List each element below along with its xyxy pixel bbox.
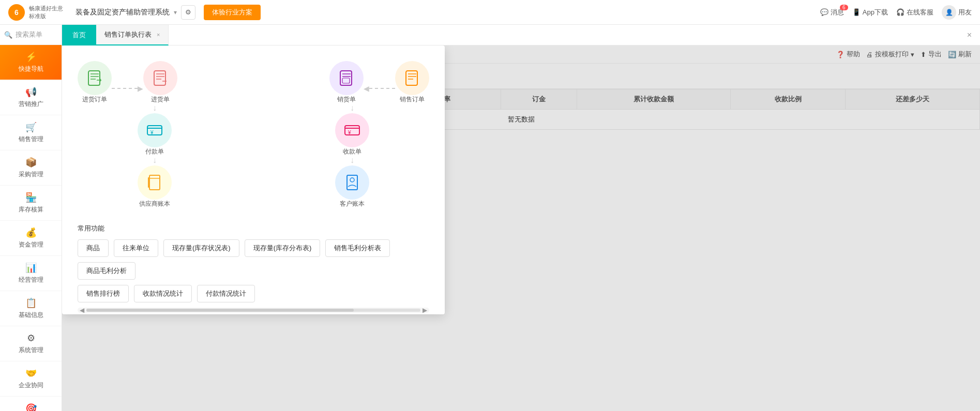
- svg-text:¥: ¥: [150, 130, 154, 135]
- svg-rect-4: [154, 71, 165, 85]
- scrollbar-thumb: [86, 309, 354, 312]
- purchase-order-icon: [78, 61, 112, 95]
- system-name: 装备及固定资产辅助管理系统: [76, 8, 170, 17]
- svg-rect-11: [342, 78, 350, 83]
- purchase-order-label: 进货订单: [82, 95, 107, 104]
- receipt-label: 收款单: [343, 147, 361, 156]
- logo-text: 畅康通好生意 标准版: [29, 5, 63, 20]
- sidebar-item-quick-nav[interactable]: ⚡ 快捷导航: [0, 45, 62, 80]
- node-sales-slip[interactable]: 销货单: [329, 61, 364, 104]
- phone-icon: 📱: [852, 8, 861, 16]
- svg-rect-19: [345, 126, 359, 135]
- sales-icon: 🛒: [25, 121, 37, 133]
- system-title-area: 装备及固定资产辅助管理系统 ▾ ⚙ 体验行业方案: [76, 5, 820, 20]
- popup-overlay: 进货订单 ▶: [62, 45, 980, 411]
- func-btn-row-2: 销售排行榜 收款情况统计 付款情况统计: [78, 285, 429, 302]
- receipt-icon: ¥: [335, 113, 369, 147]
- node-customer-ledger[interactable]: 客户账本: [335, 165, 369, 208]
- svg-text:¥: ¥: [348, 130, 351, 135]
- logo-area: 6 畅康通好生意 标准版: [8, 4, 70, 21]
- tab-sales-order[interactable]: 销售订单执行表 ×: [96, 25, 169, 45]
- system-dropdown-btn[interactable]: ▾: [174, 9, 177, 16]
- common-functions: 常用功能 商品 往来单位 现存量(库存状况表) 现存量(库存分布表) 销售毛利分…: [78, 224, 429, 302]
- func-btn-stock-status[interactable]: 现存量(库存状况表): [163, 239, 239, 257]
- popup-scrollbar[interactable]: ◀ ▶: [78, 308, 429, 313]
- func-btn-sales-margin[interactable]: 销售毛利分析表: [325, 239, 390, 257]
- sidebar-item-finance[interactable]: 💰 资金管理: [0, 221, 62, 256]
- svg-rect-16: [147, 126, 162, 135]
- sidebar-item-system[interactable]: ⚙ 系统管理: [0, 326, 62, 361]
- svg-rect-0: [88, 71, 100, 85]
- quick-nav-icon: ⚡: [25, 51, 37, 63]
- sidebar-item-guide[interactable]: 🎯 新手引导: [0, 397, 62, 411]
- header-right: 💬 消息 6 📱 App下载 🎧 在线客服 👤 用友: [820, 5, 972, 20]
- app-download-btn[interactable]: 📱 App下载: [852, 8, 888, 17]
- system-icon: ⚙: [27, 332, 35, 344]
- node-receipt[interactable]: ¥ 收款单: [335, 113, 369, 156]
- func-btn-sales-ranking[interactable]: 销售排行榜: [78, 285, 129, 302]
- sidebar-item-purchase[interactable]: 📦 采购管理: [0, 150, 62, 186]
- sidebar-item-marketing[interactable]: 📢 营销推广: [0, 80, 62, 115]
- sidebar-search[interactable]: 🔍 搜索菜单: [0, 25, 62, 45]
- supplier-ledger-label: 供应商账本: [139, 200, 170, 208]
- tab-home[interactable]: 首页: [62, 25, 96, 45]
- sidebar-item-sales[interactable]: 🛒 销售管理: [0, 115, 62, 150]
- guide-icon: 🎯: [25, 403, 37, 411]
- sidebar-item-basic-info[interactable]: 📋 基础信息: [0, 291, 62, 326]
- message-btn[interactable]: 💬 消息 6: [820, 8, 844, 17]
- finance-icon: 💰: [25, 227, 37, 238]
- top-header: 6 畅康通好生意 标准版 装备及固定资产辅助管理系统 ▾ ⚙ 体验行业方案 💬 …: [0, 0, 980, 25]
- message-badge: 6: [840, 5, 848, 10]
- scrollbar-left-arrow[interactable]: ◀: [80, 307, 84, 314]
- node-purchase-order[interactable]: 进货订单: [78, 61, 112, 104]
- svg-rect-25: [347, 175, 357, 190]
- tab-bar-close-btn[interactable]: ×: [959, 31, 980, 40]
- svg-rect-22: [149, 175, 160, 190]
- purchase-slip-icon: [143, 61, 177, 95]
- svg-rect-24: [148, 177, 150, 188]
- func-btn-product[interactable]: 商品: [78, 239, 109, 257]
- func-btn-product-margin[interactable]: 商品毛利分析: [78, 262, 135, 280]
- customer-ledger-label: 客户账本: [340, 200, 365, 208]
- node-payment[interactable]: ¥ 付款单: [138, 113, 172, 156]
- experience-btn[interactable]: 体验行业方案: [204, 5, 261, 20]
- content-area: 首页 销售订单执行表 × × ❓ 帮助 🖨 按模板打印 ▾: [62, 25, 980, 411]
- inventory-icon: 🏪: [25, 192, 37, 203]
- func-btn-payment-stats[interactable]: 付款情况统计: [197, 285, 255, 302]
- search-icon: 🔍: [4, 31, 12, 39]
- scrollbar-track[interactable]: [86, 309, 420, 312]
- sales-slip-label: 销货单: [337, 95, 356, 104]
- purchase-icon: 📦: [25, 157, 37, 168]
- node-sales-order[interactable]: 销售订单: [395, 61, 429, 104]
- customer-ledger-icon: [335, 165, 369, 200]
- func-btn-receipt-stats[interactable]: 收款情况统计: [134, 285, 192, 302]
- func-btn-stock-dist[interactable]: 现存量(库存分布表): [245, 239, 321, 257]
- purchase-slip-label: 进货单: [151, 95, 170, 104]
- service-icon: 🎧: [896, 8, 904, 16]
- sales-order-icon: [395, 61, 429, 95]
- main-layout: 🔍 搜索菜单 ⚡ 快捷导航 📢 营销推广 🛒 销售管理 📦 采购管理 🏪 库存核…: [0, 25, 980, 411]
- svg-rect-12: [406, 71, 417, 85]
- sales-slip-icon: [329, 61, 364, 95]
- node-supplier-ledger[interactable]: 供应商账本: [138, 165, 172, 208]
- tab-bar: 首页 销售订单执行表 × ×: [62, 25, 980, 45]
- sidebar: 🔍 搜索菜单 ⚡ 快捷导航 📢 营销推广 🛒 销售管理 📦 采购管理 🏪 库存核…: [0, 25, 62, 411]
- management-icon: 📊: [25, 262, 37, 273]
- sidebar-item-cooperation[interactable]: 🤝 企业协同: [0, 361, 62, 397]
- tab-close-btn[interactable]: ×: [157, 32, 160, 38]
- settings-btn[interactable]: ⚙: [181, 5, 195, 20]
- scrollbar-right-arrow[interactable]: ▶: [423, 307, 427, 314]
- sales-order-label: 销售订单: [400, 95, 425, 104]
- func-btn-row-1: 商品 往来单位 现存量(库存状况表) 现存量(库存分布表) 销售毛利分析表 商品…: [78, 239, 429, 280]
- node-purchase-slip[interactable]: 进货单: [143, 61, 177, 104]
- svg-point-26: [350, 178, 354, 182]
- online-service-btn[interactable]: 🎧 在线客服: [896, 8, 933, 17]
- flow-popup: 进货订单 ▶: [62, 45, 445, 314]
- payment-icon: ¥: [138, 113, 172, 147]
- sidebar-item-management[interactable]: 📊 经营管理: [0, 256, 62, 291]
- user-area[interactable]: 👤 用友: [942, 5, 972, 20]
- func-btn-partner[interactable]: 往来单位: [114, 239, 158, 257]
- marketing-icon: 📢: [25, 86, 37, 98]
- sidebar-item-inventory[interactable]: 🏪 库存核算: [0, 186, 62, 221]
- common-title: 常用功能: [78, 224, 429, 233]
